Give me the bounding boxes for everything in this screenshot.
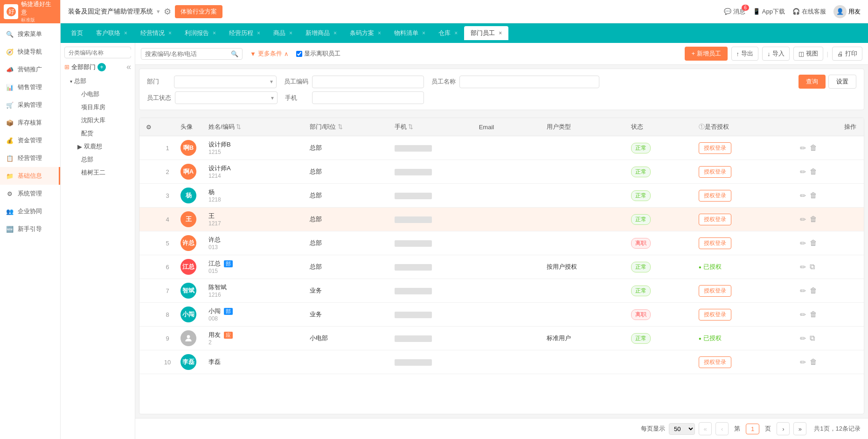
tab-operations-close[interactable]: × — [168, 30, 172, 36]
edit-icon[interactable]: ✏ — [800, 358, 806, 367]
dept-shenyang[interactable]: 沈阳大库 — [76, 114, 131, 127]
page-size-select[interactable]: 50 20 100 — [669, 423, 695, 435]
tab-customer-close[interactable]: × — [124, 30, 127, 36]
next-page-button[interactable]: › — [777, 422, 790, 435]
col-dept[interactable]: 部门/职位 ⇅ — [306, 118, 390, 136]
auth-button[interactable]: 授权登录 — [699, 356, 731, 368]
tab-warehouse[interactable]: 仓库 × — [432, 26, 464, 40]
delete-icon[interactable]: 🗑 — [810, 167, 817, 176]
filter-dept-select[interactable] — [174, 76, 277, 88]
edit-icon[interactable]: ✏ — [800, 310, 806, 319]
sidebar-item-quicknav[interactable]: 🧭 快捷导航 — [0, 43, 60, 61]
table-settings-icon[interactable]: ⚙ — [146, 124, 152, 131]
sidebar-item-inventory[interactable]: 📦 库存核算 — [0, 114, 60, 132]
tab-profit[interactable]: 利润报告 × — [178, 26, 222, 40]
tab-goods-close[interactable]: × — [289, 30, 292, 36]
more-filter-button[interactable]: ▼ 更多条件 ∧ — [246, 48, 292, 60]
tab-barcode[interactable]: 条码方案 × — [343, 26, 388, 40]
dept-hq2[interactable]: 总部 — [76, 153, 131, 166]
tab-goods[interactable]: 商品 × — [267, 26, 299, 40]
edit-icon[interactable]: ✏ — [800, 286, 806, 295]
sort-phone-icon[interactable]: ⇅ — [408, 123, 413, 130]
show-resigned-checkbox[interactable]: 显示离职员工 — [296, 49, 340, 58]
tab-home[interactable]: 首页 — [64, 26, 90, 40]
user-menu-button[interactable]: 👤 用友 — [833, 5, 861, 18]
delete-icon[interactable]: 🗑 — [810, 286, 817, 295]
reset-button[interactable]: 设置 — [828, 75, 856, 89]
auth-button[interactable]: 授权登录 — [699, 309, 731, 321]
filter-status-select[interactable] — [175, 91, 278, 104]
edit-icon[interactable]: ✏ — [800, 215, 806, 224]
add-dept-icon[interactable]: + — [97, 63, 106, 71]
delete-icon[interactable]: 🗑 — [810, 191, 817, 200]
topbar-dropdown-icon[interactable]: ▾ — [157, 8, 160, 15]
col-settings[interactable]: ⚙ — [139, 118, 158, 136]
all-dept-label[interactable]: ⊞ 全部部门 + — [64, 63, 106, 71]
last-page-button[interactable]: » — [793, 422, 806, 435]
tab-bom[interactable]: 物料清单 × — [388, 26, 432, 40]
show-resigned-check[interactable] — [296, 51, 302, 57]
delete-icon[interactable]: 🗑 — [810, 144, 817, 152]
dept-plant-king[interactable]: 植树王二 — [76, 166, 131, 179]
export-button[interactable]: ↑ 导出 — [731, 47, 759, 61]
dept-search-input[interactable] — [69, 49, 135, 56]
sidebar-item-finance[interactable]: 💰 资金管理 — [0, 132, 60, 149]
col-phone[interactable]: 手机 ⇅ — [391, 118, 475, 136]
add-employee-button[interactable]: + 新增员工 — [685, 47, 727, 61]
online-service-button[interactable]: 🎧 在线客服 — [792, 7, 826, 16]
dept-project-store[interactable]: 项目库房 — [76, 101, 131, 114]
filter-code-input[interactable] — [312, 76, 424, 88]
import-button[interactable]: ↓ 导入 — [762, 47, 790, 61]
sidebar-item-guide[interactable]: 🆕 新手引导 — [0, 220, 60, 238]
tab-customer[interactable]: 客户联络 × — [90, 26, 134, 40]
dept-small-elec[interactable]: 小电部 — [76, 88, 131, 101]
auth-button[interactable]: 授权登录 — [699, 190, 731, 202]
sidebar-item-search[interactable]: 🔍 搜索菜单 — [0, 25, 60, 43]
delete-icon[interactable]: 🗑 — [810, 310, 817, 319]
tab-profit-close[interactable]: × — [213, 30, 216, 36]
edit-icon[interactable]: ✏ — [800, 239, 806, 248]
collapse-icon[interactable]: « — [126, 62, 131, 72]
tab-operations[interactable]: 经营情况 × — [134, 26, 178, 40]
edit-icon[interactable]: ✏ — [800, 167, 806, 176]
dept-distribution[interactable]: 配货 — [76, 127, 131, 140]
query-button[interactable]: 查询 — [799, 75, 826, 89]
tab-warehouse-close[interactable]: × — [454, 30, 458, 36]
app-download-button[interactable]: 📱 App下载 — [753, 7, 785, 16]
message-button[interactable]: 💬 消息 6 — [724, 7, 745, 16]
topbar-gear-icon[interactable]: ⚙ — [164, 7, 171, 17]
auth-button[interactable]: 授权登录 — [699, 237, 731, 249]
edit-icon[interactable]: ✏ — [800, 334, 806, 343]
tab-bom-close[interactable]: × — [422, 30, 425, 36]
tab-dept-employee[interactable]: 部门员工 × — [464, 26, 508, 40]
tab-dept-employee-close[interactable]: × — [499, 30, 502, 36]
delete-icon[interactable]: 🗑 — [810, 239, 817, 247]
tab-process-close[interactable]: × — [257, 30, 260, 36]
delete-icon[interactable]: 🗑 — [810, 215, 817, 223]
sort-name-icon[interactable]: ⇅ — [236, 123, 241, 130]
dept-group-hq-header[interactable]: ▾ 总部 — [68, 75, 131, 88]
edit-icon[interactable]: ✏ — [800, 144, 806, 153]
sidebar-item-system[interactable]: ⚙ 系统管理 — [0, 185, 60, 202]
edit-icon[interactable]: ✏ — [800, 263, 806, 272]
sidebar-item-purchase[interactable]: 🛒 采购管理 — [0, 96, 60, 114]
print-button[interactable]: 🖨 打印 — [832, 47, 862, 61]
auth-button[interactable]: 授权登录 — [699, 285, 731, 297]
filter-name-input[interactable] — [459, 76, 599, 88]
copy-icon[interactable]: ⧉ — [810, 263, 815, 271]
tab-add-goods-close[interactable]: × — [333, 30, 337, 36]
auth-button[interactable]: 授权登录 — [699, 142, 731, 154]
delete-icon[interactable]: 🗑 — [810, 358, 817, 366]
sidebar-item-collaboration[interactable]: 👥 企业协同 — [0, 202, 60, 220]
col-name[interactable]: 姓名/编码 ⇅ — [205, 118, 306, 136]
sidebar-item-marketing[interactable]: 📣 营销推广 — [0, 61, 60, 78]
tab-add-goods[interactable]: 新增商品 × — [299, 26, 343, 40]
auth-button[interactable]: 授权登录 — [699, 214, 731, 225]
prev-page-button[interactable]: ‹ — [715, 422, 729, 435]
sidebar-item-basic-info[interactable]: 📁 基础信息 — [0, 167, 60, 185]
experience-button[interactable]: 体验行业方案 — [175, 5, 222, 18]
tab-barcode-close[interactable]: × — [378, 30, 381, 36]
auth-button[interactable]: 授权登录 — [699, 166, 731, 178]
view-button[interactable]: ◫ 视图 — [793, 47, 823, 61]
sort-dept-icon[interactable]: ⇅ — [338, 123, 343, 130]
